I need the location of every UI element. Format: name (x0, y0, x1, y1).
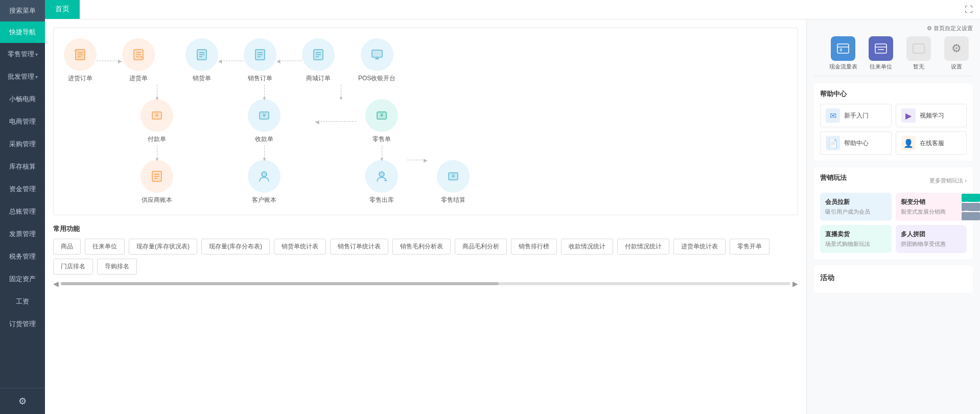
video-label: 视频学习 (920, 111, 944, 120)
retail-bill-wrapper: ◀ ¥ 零售单 (315, 99, 407, 144)
btn-sales-rank[interactable]: 销售排行榜 (511, 239, 557, 255)
btn-sales-order-stat[interactable]: 销售订单统计表 (330, 239, 388, 255)
settings-icon[interactable]: ⚙ (0, 388, 45, 414)
svg-rect-51 (837, 44, 849, 53)
purchase-order-icon[interactable] (64, 38, 97, 71)
sales-icon[interactable] (185, 38, 218, 71)
sidebar: 搜索菜单 快捷导航 零售管理 ▾ 批发管理 ▾ 小畅电商 电商管理 采购管理 库… (0, 0, 45, 414)
flow-node-supplier-ledger: 供应商账本 (131, 160, 182, 204)
sidebar-item-assets[interactable]: 固定资产 (0, 268, 45, 290)
flow-row-1: 进货订单 进货单 (64, 38, 787, 83)
flow-node-mall-order: 商城订单 (302, 38, 335, 83)
common-functions-title: 常用功能 (53, 224, 798, 234)
help-item-video[interactable]: ▶ 视频学习 (896, 104, 967, 127)
pos-icon[interactable] (361, 38, 393, 71)
scroll-left-btn[interactable]: ◀ (53, 280, 59, 288)
sidebar-item-wholesale[interactable]: 批发管理 ▾ (0, 65, 45, 88)
sales-order-icon[interactable] (244, 38, 276, 71)
marketing-title: 营销玩法 (820, 173, 847, 182)
retail-out-label: 零售出库 (369, 196, 394, 204)
fission-card-sub: 裂变式发展分销商 (901, 208, 962, 216)
activity-box: 活动 (814, 265, 973, 293)
btn-store-rank[interactable]: 门店排名 (53, 259, 93, 274)
float-btn-community[interactable]: 服务社区 (962, 203, 980, 211)
help-item-beginner[interactable]: ✉ 新手入门 (820, 104, 892, 127)
sidebar-item-finance[interactable]: 资金管理 (0, 178, 45, 200)
quick-icon-none[interactable]: 暂无 (902, 36, 935, 71)
tab-home[interactable]: 首页 (45, 0, 80, 19)
btn-payment-stat[interactable]: 付款情况统计 (617, 239, 669, 255)
beginner-label: 新手入门 (844, 111, 869, 120)
sidebar-item-ecom-mgmt[interactable]: 电商管理 (0, 110, 45, 133)
marketing-card-live[interactable]: 直播卖货 场景式购物新玩法 (820, 225, 892, 253)
quick-icon-partners[interactable]: 往来单位 (865, 36, 897, 71)
purchase-order-label: 进货订单 (68, 74, 92, 83)
btn-sales-stat[interactable]: 销货单统计表 (274, 239, 326, 255)
search-menu[interactable]: 搜索菜单 (0, 0, 45, 21)
down-arrow-purchase (131, 85, 182, 97)
btn-stock-dist[interactable]: 现存量(库存分布表) (201, 239, 270, 255)
btn-retail-order[interactable]: 零售开单 (730, 239, 769, 255)
mall-order-icon[interactable] (302, 38, 335, 71)
quick-nav[interactable]: 快捷导航 (0, 21, 45, 43)
btn-partners[interactable]: 往来单位 (85, 239, 125, 255)
quick-icon-cashflow[interactable]: 现金流量表 (827, 36, 859, 71)
btn-sales-profit[interactable]: 销售毛利分析表 (392, 239, 451, 255)
group-card-title: 多人拼团 (901, 230, 962, 239)
help-item-service[interactable]: 👤 在线客服 (896, 131, 967, 155)
supplier-ledger-icon[interactable] (141, 160, 173, 193)
sidebar-item-ledger[interactable]: 总账管理 (0, 200, 45, 223)
marketing-card-group[interactable]: 多人拼团 拼团购物享受优惠 (896, 225, 967, 253)
beginner-icon: ✉ (826, 108, 840, 123)
sidebar-item-ecom[interactable]: 小畅电商 (0, 88, 45, 110)
payment-icon[interactable]: ¥ (141, 99, 173, 132)
flow-node-purchase: 进货单 (122, 38, 155, 83)
flow-node-retail-settle: ¥ 零售结算 (428, 160, 479, 204)
sidebar-item-label: 发票管理 (9, 229, 36, 239)
sidebar-item-label: 固定资产 (9, 274, 36, 284)
more-marketing-link[interactable]: 更多营销玩法 › (929, 177, 967, 185)
retail-out-icon[interactable] (365, 160, 398, 193)
btn-stock-status[interactable]: 现存量(库存状况表) (129, 239, 197, 255)
btn-guide-rank[interactable]: 导购排名 (97, 259, 137, 274)
btn-goods-profit[interactable]: 商品毛利分析 (455, 239, 507, 255)
sidebar-item-inventory[interactable]: 库存核算 (0, 155, 45, 178)
tab-bar: 首页 ⛶ (45, 0, 980, 19)
scroll-track[interactable] (61, 282, 790, 285)
btn-receipt-stat[interactable]: 收款情况统计 (561, 239, 613, 255)
help-doc-label: 帮助中心 (844, 139, 869, 148)
retail-settle-label: 零售结算 (441, 196, 465, 204)
retail-settle-icon[interactable]: ¥ (437, 160, 470, 193)
quick-icon-settings[interactable]: ⚙ 设置 (940, 36, 973, 71)
partners-icon (869, 36, 893, 61)
down-arrow-receipt (239, 146, 290, 158)
sidebar-item-order[interactable]: 订货管理 (0, 313, 45, 335)
customer-ledger-icon[interactable] (248, 160, 281, 193)
float-btn-service[interactable]: 客服热线 (962, 194, 980, 202)
help-item-help[interactable]: 📄 帮助中心 (820, 131, 892, 155)
expand-icon[interactable]: ⛶ (958, 5, 980, 14)
marketing-card-member[interactable]: 会员拉新 吸引用户成为会员 (820, 193, 892, 221)
sidebar-item-retail[interactable]: 零售管理 ▾ (0, 43, 45, 65)
sidebar-item-tax[interactable]: 税务管理 (0, 245, 45, 268)
customize-btn[interactable]: ⚙ 首页自定义设置 (814, 25, 973, 32)
float-btn-desktop[interactable]: 桌面快捷 (962, 212, 980, 220)
sidebar-item-label: 电商管理 (9, 117, 36, 126)
flow-node-purchase-order: 进货订单 (64, 38, 97, 83)
sidebar-item-purchase[interactable]: 采购管理 (0, 133, 45, 155)
pos-label: POS收银开台 (358, 74, 395, 83)
btn-goods[interactable]: 商品 (53, 239, 81, 255)
svg-rect-58 (913, 44, 924, 53)
purchase-icon[interactable] (122, 38, 155, 71)
retail-bill-icon[interactable]: ¥ (365, 99, 398, 132)
scroll-right-btn[interactable]: ▶ (792, 280, 798, 288)
retail-bill-label: 零售单 (372, 135, 391, 144)
btn-purchase-stat[interactable]: 进货单统计表 (673, 239, 726, 255)
sidebar-item-invoice[interactable]: 发票管理 (0, 223, 45, 245)
receipt-icon[interactable]: ¥ (248, 99, 281, 132)
sidebar-item-salary[interactable]: 工资 (0, 290, 45, 313)
flow-node-sales-order: 销售订单 (244, 38, 276, 83)
settings-label: 设置 (951, 63, 962, 71)
settings-box-icon: ⚙ (944, 36, 969, 61)
marketing-card-fission[interactable]: 裂变分销 裂变式发展分销商 (896, 193, 967, 221)
